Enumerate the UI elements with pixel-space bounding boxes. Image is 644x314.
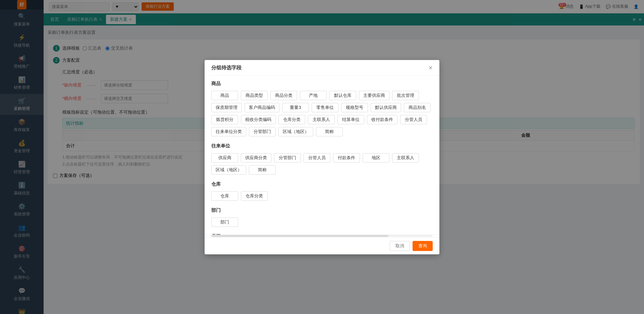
confirm-button[interactable]: 查询 bbox=[413, 241, 433, 251]
field-tags-3: 部门 bbox=[211, 217, 433, 227]
field-tag-0-24[interactable]: 简称 bbox=[316, 127, 343, 136]
field-tag-0-6[interactable]: 批次管理 bbox=[392, 91, 419, 100]
field-tag-0-2[interactable]: 商品分类 bbox=[270, 91, 297, 100]
field-tag-0-9[interactable]: 重量3 bbox=[282, 103, 309, 112]
field-tag-0-8[interactable]: 客户商品编码 bbox=[245, 103, 279, 112]
field-tags-2: 仓库仓库分类 bbox=[211, 191, 433, 201]
field-tag-0-14[interactable]: 炼货积分 bbox=[211, 115, 238, 124]
field-tag-1-5[interactable]: 地区 bbox=[363, 153, 389, 163]
modal-hscroll[interactable] bbox=[205, 235, 439, 237]
modal-body[interactable]: 商品商品商品类型商品分类产地默认仓库主要供应商批次管理保质期管理客户商品编码重量… bbox=[205, 75, 439, 235]
field-tag-2-1[interactable]: 仓库分类 bbox=[241, 191, 268, 201]
field-tag-1-1[interactable]: 供应商分类 bbox=[241, 153, 271, 163]
modal-overlay: 分组待选字段 ✕ 商品商品商品类型商品分类产地默认仓库主要供应商批次管理保质期管… bbox=[0, 0, 644, 314]
field-tags-0: 商品商品类型商品分类产地默认仓库主要供应商批次管理保质期管理客户商品编码重量3零… bbox=[211, 91, 433, 136]
field-tag-0-23[interactable]: 区域（地区） bbox=[278, 127, 313, 136]
field-tag-0-1[interactable]: 商品类型 bbox=[241, 91, 268, 100]
field-tag-0-7[interactable]: 保质期管理 bbox=[211, 103, 242, 112]
field-tag-1-7[interactable]: 区域（地区） bbox=[211, 165, 246, 175]
field-tag-0-5[interactable]: 主要供应商 bbox=[359, 91, 389, 100]
field-section-title-2: 仓库 bbox=[211, 181, 433, 187]
field-tag-0-21[interactable]: 往来单位分类 bbox=[211, 127, 246, 136]
field-section-title-0: 商品 bbox=[211, 81, 433, 87]
field-tag-1-2[interactable]: 分管部门 bbox=[274, 153, 301, 163]
field-tag-0-18[interactable]: 结算单位 bbox=[337, 115, 364, 124]
field-tag-0-20[interactable]: 分管人员 bbox=[400, 115, 427, 124]
field-section-3: 部门部门 bbox=[211, 207, 433, 227]
field-tags-1: 供应商供应商分类分管部门分管人员付款条件地区主联系人区域（地区）简称 bbox=[211, 153, 433, 175]
field-tag-2-0[interactable]: 仓库 bbox=[211, 191, 238, 201]
modal-title: 分组待选字段 bbox=[211, 65, 241, 71]
field-tag-0-3[interactable]: 产地 bbox=[300, 91, 327, 100]
modal-dialog: 分组待选字段 ✕ 商品商品商品类型商品分类产地默认仓库主要供应商批次管理保质期管… bbox=[205, 60, 439, 254]
field-tag-1-6[interactable]: 主联系人 bbox=[392, 153, 419, 163]
field-tag-0-15[interactable]: 税收分类编码 bbox=[241, 115, 276, 124]
field-section-0: 商品商品商品类型商品分类产地默认仓库主要供应商批次管理保质期管理客户商品编码重量… bbox=[211, 81, 433, 136]
field-tag-1-0[interactable]: 供应商 bbox=[211, 153, 238, 163]
field-tag-0-13[interactable]: 商品别名 bbox=[404, 103, 431, 112]
field-tag-0-0[interactable]: 商品 bbox=[211, 91, 238, 100]
field-tag-0-22[interactable]: 分管部门 bbox=[249, 127, 276, 136]
field-tag-0-12[interactable]: 默认供应商 bbox=[371, 103, 401, 112]
modal-header: 分组待选字段 ✕ bbox=[205, 60, 439, 75]
field-tag-0-10[interactable]: 零售单位 bbox=[312, 103, 338, 112]
field-tag-0-16[interactable]: 仓库分类 bbox=[278, 115, 305, 124]
field-section-1: 往来单位供应商供应商分类分管部门分管人员付款条件地区主联系人区域（地区）简称 bbox=[211, 143, 433, 175]
field-section-title-3: 部门 bbox=[211, 207, 433, 213]
modal-footer: 取消 查询 bbox=[205, 237, 439, 254]
field-tag-1-8[interactable]: 简称 bbox=[249, 165, 276, 175]
field-tag-1-4[interactable]: 付款条件 bbox=[333, 153, 360, 163]
field-tag-3-0[interactable]: 部门 bbox=[211, 217, 238, 227]
field-tag-0-17[interactable]: 主联系人 bbox=[308, 115, 335, 124]
field-section-2: 仓库仓库仓库分类 bbox=[211, 181, 433, 201]
field-tag-0-19[interactable]: 收付款条件 bbox=[367, 115, 397, 124]
field-tag-1-3[interactable]: 分管人员 bbox=[304, 153, 330, 163]
modal-close-btn[interactable]: ✕ bbox=[428, 65, 433, 71]
field-tag-0-11[interactable]: 规格型号 bbox=[341, 103, 368, 112]
field-tag-0-4[interactable]: 默认仓库 bbox=[329, 91, 356, 100]
cancel-button[interactable]: 取消 bbox=[390, 241, 410, 251]
field-section-title-1: 往来单位 bbox=[211, 143, 433, 149]
